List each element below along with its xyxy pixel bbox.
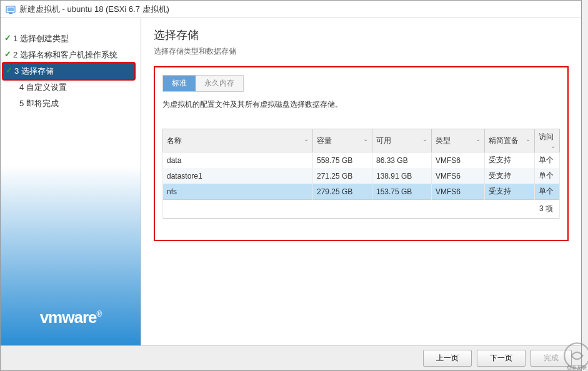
step-1[interactable]: 1 选择创建类型 — [1, 31, 141, 47]
table-row[interactable]: nfs279.25 GB153.75 GBVMFS6受支持单个 — [163, 184, 560, 200]
cell-type: VMFS6 — [432, 168, 485, 184]
svg-rect-1 — [7, 7, 14, 11]
cell-type: VMFS6 — [432, 152, 485, 169]
window-title: 新建虚拟机 - ubuntu 18 (ESXi 6.7 虚拟机) — [19, 4, 169, 15]
table-row[interactable]: data558.75 GB86.33 GBVMFS6受支持单个 — [163, 152, 560, 169]
cell-name: nfs — [163, 184, 313, 200]
cell-access: 单个 — [535, 184, 560, 200]
storage-selection-box: 标准 永久内存 为虚拟机的配置文件及其所有虚拟磁盘选择数据存储。 名称⌄ 容量⌄… — [154, 66, 569, 241]
cell-available: 153.75 GB — [372, 184, 432, 200]
cell-access: 单个 — [535, 152, 560, 169]
table-footer: 3 项 — [163, 200, 560, 219]
tab-pmem[interactable]: 永久内存 — [196, 76, 243, 91]
cell-name: datastore1 — [163, 168, 313, 184]
cell-thin: 受支持 — [485, 168, 535, 184]
cell-type: VMFS6 — [432, 184, 485, 200]
cell-thin: 受支持 — [485, 184, 535, 200]
wizard-steps: 1 选择创建类型 2 选择名称和客户机操作系统 3 选择存储 4 自定义设置 5… — [1, 31, 141, 112]
cell-capacity: 279.25 GB — [313, 184, 372, 200]
svg-rect-2 — [9, 12, 12, 14]
col-access[interactable]: 访问⌄ — [535, 129, 560, 152]
button-bar: 上一页 下一页 完成 — [1, 345, 581, 370]
step-4: 4 自定义设置 — [1, 79, 141, 96]
col-type[interactable]: 类型⌄ — [432, 129, 485, 152]
cell-access: 单个 — [535, 168, 560, 184]
sidebar: 1 选择创建类型 2 选择名称和客户机操作系统 3 选择存储 4 自定义设置 5… — [1, 18, 141, 346]
cell-capacity: 271.25 GB — [313, 168, 372, 184]
step-2[interactable]: 2 选择名称和客户机操作系统 — [1, 47, 141, 63]
cell-capacity: 558.75 GB — [313, 152, 372, 169]
storage-tabs: 标准 永久内存 — [162, 75, 244, 92]
chevron-down-icon: ⌄ — [363, 136, 368, 142]
table-header-row: 名称⌄ 容量⌄ 可用⌄ 类型⌄ 精简置备⌄ 访问⌄ — [163, 129, 560, 152]
cell-name: data — [163, 152, 313, 169]
page-subtitle: 选择存储类型和数据存储 — [154, 46, 569, 57]
titlebar: 新建虚拟机 - ubuntu 18 (ESXi 6.7 虚拟机) — [1, 1, 581, 18]
col-capacity[interactable]: 容量⌄ — [313, 129, 372, 152]
tab-standard[interactable]: 标准 — [163, 76, 196, 91]
wizard-window: 新建虚拟机 - ubuntu 18 (ESXi 6.7 虚拟机) 1 选择创建类… — [0, 0, 582, 371]
chevron-down-icon: ⌄ — [551, 142, 556, 149]
chevron-down-icon: ⌄ — [304, 136, 309, 142]
chevron-down-icon: ⌄ — [422, 136, 427, 142]
table-row[interactable]: datastore1271.25 GB138.91 GBVMFS6受支持单个 — [163, 168, 560, 184]
cell-available: 86.33 GB — [372, 152, 432, 169]
storage-description: 为虚拟机的配置文件及其所有虚拟磁盘选择数据存储。 — [162, 99, 560, 110]
datastore-table: 名称⌄ 容量⌄ 可用⌄ 类型⌄ 精简置备⌄ 访问⌄ data558.75 GB8… — [162, 129, 560, 219]
step-5: 5 即将完成 — [1, 96, 141, 112]
vm-icon — [6, 4, 16, 14]
next-button[interactable]: 下一页 — [477, 350, 526, 367]
prev-button[interactable]: 上一页 — [423, 350, 472, 367]
col-thin[interactable]: 精简置备⌄ — [485, 129, 535, 152]
main-panel: 选择存储 选择存储类型和数据存储 标准 永久内存 为虚拟机的配置文件及其所有虚拟… — [141, 18, 581, 346]
chevron-down-icon: ⌄ — [526, 136, 531, 142]
chevron-down-icon: ⌄ — [476, 136, 481, 142]
watermark-text: 创新互联 — [567, 364, 587, 371]
cell-thin: 受支持 — [485, 152, 535, 169]
step-3[interactable]: 3 选择存储 — [2, 62, 136, 81]
col-name[interactable]: 名称⌄ — [163, 129, 313, 152]
vmware-logo: vmware® — [1, 308, 141, 327]
wizard-body: 1 选择创建类型 2 选择名称和客户机操作系统 3 选择存储 4 自定义设置 5… — [1, 18, 581, 346]
cell-available: 138.91 GB — [372, 168, 432, 184]
col-available[interactable]: 可用⌄ — [372, 129, 432, 152]
item-count: 3 项 — [163, 200, 560, 219]
page-heading: 选择存储 — [154, 27, 569, 42]
